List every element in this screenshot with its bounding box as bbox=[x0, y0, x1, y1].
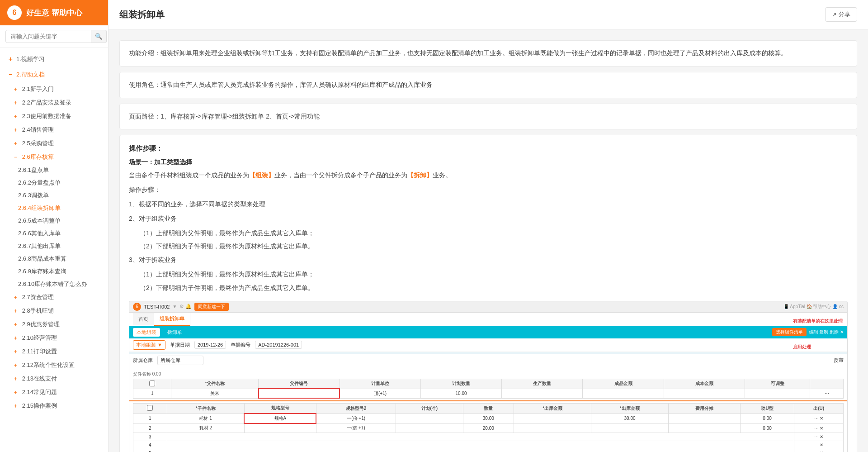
sidebar-item-2-4[interactable]: ＋ 2.4销售管理 bbox=[13, 123, 108, 137]
mock-warehouse-row: 所属仓库 所属仓库 反审 启用处理 bbox=[129, 354, 847, 369]
sidebar-item-2-6-8[interactable]: 2.6.8商品成本重算 bbox=[18, 252, 108, 265]
plus-icon: ＋ bbox=[7, 55, 14, 63]
sidebar-item-2-6-7[interactable]: 2.6.7其他出库单 bbox=[18, 240, 108, 252]
content-area: 功能介绍：组装拆卸单用来处理企业组装或拆卸等加工业务，支持有固定装配清单的产品加… bbox=[108, 29, 868, 452]
mock-warehouse-label: 所属仓库 bbox=[133, 357, 153, 364]
mock-td-row-action: ⋯ bbox=[810, 389, 844, 398]
sidebar-item-2-6-4[interactable]: 2.6.4组装拆卸单 bbox=[18, 202, 108, 214]
search-button[interactable]: 🔍 bbox=[91, 30, 107, 43]
mock-system-bar: 6 TEST-H002 ▼ ⚙ 🔔 同意新建一下 📱 AppTial 🏠 帮助中… bbox=[129, 301, 847, 313]
mock-tab-home[interactable]: 首页 bbox=[133, 313, 154, 325]
sidebar-item-2-6-10[interactable]: 2.6.10库存账本错了怎么办 bbox=[18, 278, 108, 290]
step3: 3、对于拆装业务 bbox=[129, 255, 848, 266]
mock-th-plan-qty: 计划数量 bbox=[420, 379, 501, 389]
sidebar-header: 6 好生意 帮助中心 bbox=[0, 0, 108, 25]
sidebar-item-2-9[interactable]: ＋ 2.9优惠券管理 bbox=[13, 318, 108, 331]
nav-sub-sub-2-6: 2.6.1盘点单 2.6.2分量盘点单 2.6.3调拨单 2.6.4组装拆卸单 … bbox=[13, 164, 108, 290]
mock-confirm-btn[interactable]: 反审 bbox=[834, 357, 844, 364]
table-row: 4 ⋯ ✕ bbox=[133, 441, 844, 449]
plus-icon-2-13: ＋ bbox=[13, 375, 19, 382]
mock-date-label: 单据日期 bbox=[170, 342, 190, 348]
plus-icon-2-7: ＋ bbox=[13, 294, 19, 300]
table-row: 5 ⋯ ✕ bbox=[133, 449, 844, 452]
plus-icon-2-3: ＋ bbox=[13, 113, 19, 119]
step1: 1、根据不同的业务，选择不同单据的类型来处理 bbox=[129, 199, 848, 210]
mock-td-product-amt bbox=[583, 389, 664, 398]
sidebar-item-video[interactable]: ＋ 1.视频学习 bbox=[0, 52, 108, 67]
main-content: 组装拆卸单 ↗ 分享 功能介绍：组装拆卸单用来处理企业组装或拆卸等加工业务，支持… bbox=[108, 0, 868, 452]
mock-sub-th-cost-dist: 费用分摊 bbox=[669, 404, 741, 414]
sidebar-item-2-6-3[interactable]: 2.6.3调拨单 bbox=[18, 189, 108, 202]
mock-date-input[interactable]: 2019-12-26 bbox=[194, 341, 226, 349]
page-header: 组装拆卸单 ↗ 分享 bbox=[108, 0, 868, 29]
sidebar-item-2-10[interactable]: ＋ 2.10经营管理 bbox=[13, 331, 108, 345]
sidebar-item-2-6[interactable]: － 2.6库存核算 bbox=[13, 150, 108, 164]
sidebar-item-2-11[interactable]: ＋ 2.11打印设置 bbox=[13, 345, 108, 358]
steps-section: 操作步骤： 场景一：加工类型选择 当由多个子件材料组装成一个成品的业务为【组装】… bbox=[119, 135, 857, 452]
mock-table-label: 父件名称 0.00 bbox=[133, 371, 844, 377]
sidebar-item-2-14[interactable]: ＋ 2.14常见问题 bbox=[13, 385, 108, 399]
sidebar-item-2-15[interactable]: ＋ 2.15操作案例 bbox=[13, 399, 108, 413]
mock-lower-table-section: 无固定清单可在组装在这里录入 *子件名称 规格型号 规格型号2 计划(个) 数量 bbox=[129, 400, 847, 452]
sidebar-item-2-6-2[interactable]: 2.6.2分量盘点单 bbox=[18, 176, 108, 189]
mock-select-all[interactable] bbox=[149, 381, 155, 386]
mock-newbill-btn[interactable]: 同意新建一下 bbox=[194, 303, 229, 311]
sidebar-item-2-6-5[interactable]: 2.6.5成本调整单 bbox=[18, 214, 108, 227]
step2: 2、对于组装业务 bbox=[129, 214, 848, 224]
sidebar-item-2-7[interactable]: ＋ 2.7资金管理 bbox=[13, 290, 108, 304]
mock-topbar-icons: ⚙ 🔔 bbox=[179, 304, 192, 309]
mock-th-product-amt: 成品金额 bbox=[583, 379, 664, 389]
mock-tab-local[interactable]: 本地组装 bbox=[133, 328, 160, 337]
mock-dropdown-icon: ▼ bbox=[172, 304, 177, 309]
sidebar-item-2-13[interactable]: ＋ 2.13在线支付 bbox=[13, 372, 108, 385]
sidebar-item-2-6-9[interactable]: 2.6.9库存账本查询 bbox=[18, 265, 108, 278]
mock-right-icons: 📱 AppTial 🏠 帮助中心 👤 cc bbox=[783, 304, 844, 310]
step2-sub1: （1）上部明细为父件明细，最终作为产成品生成其它入库单； bbox=[129, 228, 848, 239]
sidebar-item-2-6-1[interactable]: 2.6.1盘点单 bbox=[18, 164, 108, 176]
mock-action-icons: 编辑 复制 删除 ✕ bbox=[809, 329, 844, 335]
nav-sub-2: ＋ 2.1新手入门 ＋ 2.2产品安装及登录 ＋ 2.3使用前数据准备 ＋ 2.… bbox=[0, 82, 108, 413]
mock-nav-tabs: 首页 组装拆卸单 bbox=[129, 313, 847, 326]
mock-td-prod-qty bbox=[502, 389, 583, 398]
mock-tab-disassemble[interactable]: 拆卸单 bbox=[164, 328, 186, 337]
sidebar-item-2-8[interactable]: ＋ 2.8手机旺铺 bbox=[13, 304, 108, 318]
mock-save-btn[interactable]: 选择组件清单 bbox=[772, 328, 807, 336]
mock-lower-table: *子件名称 规格型号 规格型号2 计划(个) 数量 *出库金额 *出库金额 费用… bbox=[133, 403, 844, 452]
mock-sub-th-check bbox=[133, 404, 167, 414]
mock-th-prod-qty: 生产数量 bbox=[502, 379, 583, 389]
table-row: 1 关米 顶(+1) 10.00 ⋯ bbox=[133, 389, 844, 398]
mock-sub-th-out-amt1: *出库金额 bbox=[514, 404, 591, 414]
app-logo: 6 bbox=[7, 5, 22, 20]
plus-icon-2-9: ＋ bbox=[13, 321, 19, 328]
mock-tab-assembly[interactable]: 组装拆卸单 bbox=[154, 313, 190, 326]
plus-icon-2-4: ＋ bbox=[13, 126, 19, 133]
steps-title: 操作步骤： bbox=[129, 144, 848, 153]
mock-th-adjustable: 可调整 bbox=[745, 379, 810, 389]
sidebar-item-2-2[interactable]: ＋ 2.2产品安装及登录 bbox=[13, 96, 108, 109]
mock-th-cost-amt: 成本金额 bbox=[664, 379, 745, 389]
mock-td-cost-amt bbox=[664, 389, 745, 398]
sidebar-item-2-5[interactable]: ＋ 2.5采购管理 bbox=[13, 137, 108, 150]
share-button[interactable]: ↗ 分享 bbox=[825, 7, 857, 22]
mock-warehouse-input[interactable]: 所属仓库 bbox=[157, 356, 203, 365]
sidebar-item-2-3[interactable]: ＋ 2.3使用前数据准备 bbox=[13, 109, 108, 123]
mock-order-input[interactable]: AD-20191226-001 bbox=[255, 341, 302, 349]
plus-icon-2-10: ＋ bbox=[13, 334, 19, 341]
mock-upper-table-section: 父件名称 0.00 *父件名称 父件编号 计量单位 计划数量 生产数量 bbox=[129, 369, 847, 401]
sidebar-item-help-docs[interactable]: － 2.帮助文档 bbox=[0, 67, 108, 82]
step2-sub2: （2）下部明细为子件明细，最终作为原材料生成其它出库单。 bbox=[129, 241, 848, 252]
search-input[interactable] bbox=[5, 30, 91, 43]
mock-screen: 6 TEST-H002 ▼ ⚙ 🔔 同意新建一下 📱 AppTial 🏠 帮助中… bbox=[129, 301, 847, 452]
sidebar-item-2-12[interactable]: ＋ 2.12系统个性化设置 bbox=[13, 358, 108, 372]
mock-sub-th-spec2: 规格型号2 bbox=[316, 404, 396, 414]
sidebar-item-2-1[interactable]: ＋ 2.1新手入门 bbox=[13, 82, 108, 96]
sidebar-item-2-6-6[interactable]: 2.6.6其他入库单 bbox=[18, 227, 108, 240]
mock-sub-th-plan: 计划(个) bbox=[396, 404, 463, 414]
screenshot-container: 6 TEST-H002 ▼ ⚙ 🔔 同意新建一下 📱 AppTial 🏠 帮助中… bbox=[129, 301, 848, 452]
table-row: 3 ⋯ ✕ bbox=[133, 433, 844, 441]
mock-sub-select-all[interactable] bbox=[147, 405, 153, 411]
sidebar-nav: ＋ 1.视频学习 － 2.帮助文档 ＋ 2.1新手入门 ＋ 2.2产品安装及登录 bbox=[0, 48, 108, 452]
mock-type-select[interactable]: 本地组装 ▼ bbox=[133, 340, 165, 350]
table-row: 1 耗材 1 规格A 一(倍 +1) 30.00 30.00 0.00 bbox=[133, 414, 844, 423]
intro-section: 功能介绍：组装拆卸单用来处理企业组装或拆卸等加工业务，支持有固定装配清单的产品加… bbox=[119, 40, 857, 67]
